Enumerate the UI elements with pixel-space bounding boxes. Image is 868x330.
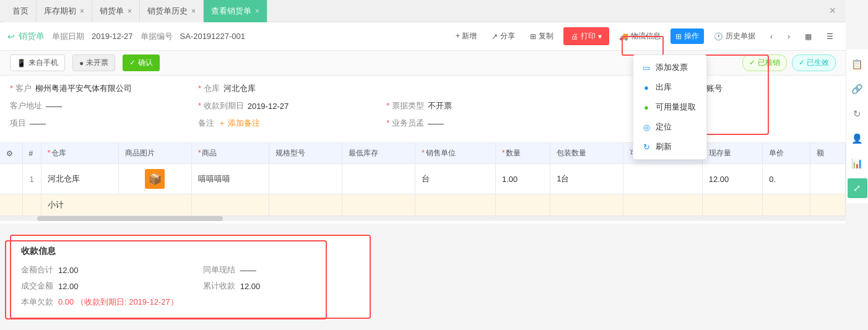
list-view-btn[interactable]: ☰: [822, 30, 838, 43]
quantity-extract-item[interactable]: ● 可用量提取: [633, 97, 706, 117]
customer-label: 客户: [10, 83, 32, 94]
new-btn[interactable]: + 新增: [451, 28, 482, 44]
tab-view-close[interactable]: ×: [255, 7, 259, 15]
sidebar-user-icon[interactable]: 👤: [848, 129, 867, 149]
subtotal-c6: [415, 194, 496, 216]
received-label: 累计收款: [203, 280, 235, 292]
biz-staff-value: ——: [428, 119, 444, 128]
history-btn[interactable]: 🕐 历史单据: [709, 28, 760, 44]
effective-btn[interactable]: ✓ 已生效: [792, 54, 836, 71]
row-product-img: 📦: [118, 164, 191, 194]
horizontal-scrollbar[interactable]: [0, 216, 846, 221]
sidebar-link-icon[interactable]: 🔗: [848, 79, 867, 99]
row-num: 1: [22, 164, 41, 194]
sidebar-expand-icon[interactable]: ⤢: [848, 178, 867, 198]
share-btn[interactable]: ↗ 分享: [487, 28, 520, 44]
not-open-btn[interactable]: ● 未开票: [72, 54, 115, 71]
tab-view-sales[interactable]: 查看销货单 ×: [204, 0, 267, 22]
customer-group: 客户 柳州粤港平安气体有限公司: [10, 83, 183, 94]
tab-inventory-close[interactable]: ×: [80, 7, 84, 15]
plus-icon: ＋: [218, 118, 226, 129]
outbound-item[interactable]: ● 出库: [633, 77, 706, 97]
outbound-label: 出库: [656, 82, 672, 93]
scroll-thumb[interactable]: [37, 216, 223, 221]
sidebar-data-icon[interactable]: 📊: [848, 154, 867, 173]
summary-settlement-row: 同单现结 ——: [203, 264, 360, 276]
window-close-btn[interactable]: ×: [829, 4, 841, 17]
doc-icon: ↩: [7, 32, 15, 41]
form-row-2: 客户地址 —— 收款到期日 2019-12-27 票据类型 不开票: [10, 100, 836, 111]
warehouse-value: 河北仓库: [224, 83, 256, 94]
due-note: （收款到期日: 2019-12-27）: [76, 297, 178, 306]
share-label: 分享: [500, 31, 515, 41]
owed-label: 本单欠款: [21, 297, 53, 308]
summary-grid: 金额合计 12.00 同单现结 —— 成交金额 12.00 累计收款 12.00: [21, 264, 360, 308]
tab-inventory-init[interactable]: 库存期初 ×: [37, 0, 92, 22]
th-spec: 规格型号: [269, 143, 342, 164]
row-spec: [269, 164, 342, 194]
logistics-btn[interactable]: 🚚 物流信息: [614, 28, 666, 44]
sidebar-copy-icon[interactable]: 📋: [848, 54, 867, 74]
tab-home-label: 首页: [12, 6, 28, 17]
refresh-icon: ↻: [642, 142, 651, 151]
customer-value: 柳州粤港平安气体有限公司: [35, 83, 132, 94]
summary-title: 收款信息: [21, 246, 360, 257]
locate-icon: ◎: [642, 123, 651, 131]
subtotal-num: [22, 194, 41, 216]
tab-sales-order[interactable]: 销货单 ×: [92, 0, 140, 22]
tab-sales-history[interactable]: 销货单历史 ×: [140, 0, 204, 22]
row-product: 嘻嘻嘻嘻: [191, 164, 269, 194]
tab-sales-close[interactable]: ×: [128, 7, 132, 15]
print-btn[interactable]: 🖨 打印 ▾: [563, 27, 609, 45]
tab-home[interactable]: 首页: [5, 0, 37, 22]
add-invoice-item[interactable]: ▭ 添加发票: [633, 58, 706, 77]
th-current-qty: 现存量: [702, 143, 763, 164]
refresh-item[interactable]: ↻ 刷新: [633, 137, 706, 157]
subtotal-c10: [702, 194, 763, 216]
subtotal-c7: [495, 194, 550, 216]
due-date-group: 收款到期日 2019-12-27: [198, 100, 371, 111]
no-label: 单据编号: [141, 31, 173, 42]
th-warehouse: *仓库: [41, 143, 118, 164]
copy-icon: ⊞: [530, 32, 536, 41]
th-min-stock: 最低库存: [342, 143, 415, 164]
quantity-extract-label: 可用量提取: [656, 102, 696, 113]
th-product: *商品: [191, 143, 269, 164]
from-phone-btn[interactable]: 📱 来自手机: [10, 54, 65, 71]
next-btn[interactable]: ›: [783, 30, 795, 43]
copy-btn[interactable]: ⊞ 复制: [525, 28, 558, 44]
locate-item[interactable]: ◎ 定位: [633, 117, 706, 137]
th-gear[interactable]: ⚙: [0, 143, 22, 164]
total-value: 12.00: [58, 266, 79, 275]
tab-inventory-label: 库存期初: [44, 6, 76, 17]
row-actions[interactable]: [0, 164, 22, 194]
row-warehouse: 河北仓库: [41, 164, 118, 194]
operation-btn[interactable]: ⊞ 操作: [671, 28, 704, 44]
row-available: [623, 164, 702, 194]
effective-label: 已生效: [807, 58, 829, 67]
subtotal-c11: [763, 194, 810, 216]
toolbar-right: + 新增 ↗ 分享 ⊞ 复制 🖨 打印 ▾ 🚚 物流信息: [451, 27, 838, 45]
row-current-qty: 12.00: [702, 164, 763, 194]
subtotal-label: 小计: [41, 194, 191, 216]
grid-view-btn[interactable]: ▦: [800, 30, 817, 43]
checked-btn[interactable]: ✓ 已核销: [742, 54, 786, 71]
add-note-btn[interactable]: ＋ 添加备注: [218, 118, 260, 129]
no-value: SA-20191227-001: [180, 32, 246, 41]
prev-btn[interactable]: ‹: [765, 30, 778, 43]
row-amount: [810, 164, 846, 194]
table-container: ⚙ # *仓库 商品图片 *商品 规格型号 最低库存 *销售单位 *数量 包装数…: [0, 143, 846, 224]
effective-icon: ✓: [799, 58, 805, 67]
th-num: #: [22, 143, 41, 164]
sidebar-refresh-icon[interactable]: ↻: [848, 104, 867, 124]
ticket-icon: ●: [79, 59, 84, 67]
sales-table: ⚙ # *仓库 商品图片 *商品 规格型号 最低库存 *销售单位 *数量 包装数…: [0, 143, 846, 216]
tab-history-close[interactable]: ×: [191, 7, 196, 15]
settlement-value: ——: [240, 266, 256, 275]
th-amount: 额: [810, 143, 846, 164]
confirm-btn[interactable]: ✓ 确认: [123, 54, 159, 71]
check-icon: ✓: [749, 58, 755, 67]
th-pack-qty: 包装数量: [550, 143, 623, 164]
form-row-1: 客户 柳州粤港平安气体有限公司 仓库 河北仓库 业务员 演示账号: [10, 83, 836, 94]
form-row-3: 项目 —— 备注 ＋ 添加备注 业务员孟 ——: [10, 118, 836, 129]
